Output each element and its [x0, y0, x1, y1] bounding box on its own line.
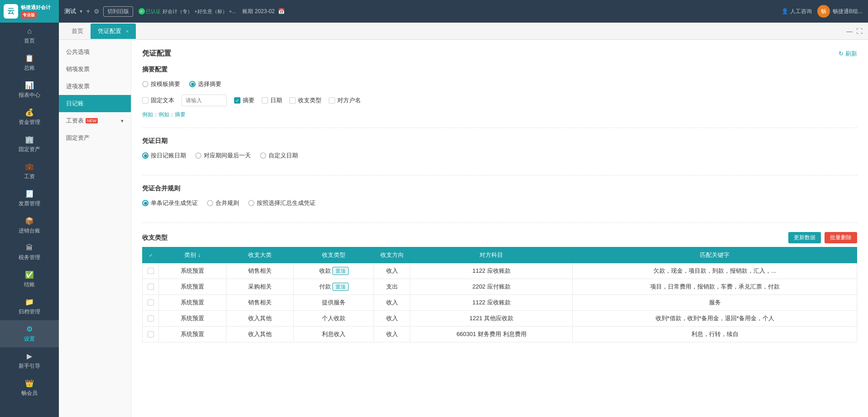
sidebar-item-report[interactable]: 📊 报表中心 — [0, 76, 59, 104]
type-tag-0[interactable]: 置顶 — [332, 267, 349, 275]
topbar-dropdown-icon[interactable]: ▾ — [80, 8, 82, 14]
sidebar-label-ledger: 总账 — [24, 64, 35, 72]
topbar-version-button[interactable]: 切到旧版 — [103, 6, 133, 17]
sidebar-item-salary[interactable]: 💼 工资 — [0, 158, 59, 185]
date-radio-custom[interactable]: 自定义日期 — [260, 152, 298, 160]
row-checkbox-2[interactable] — [143, 295, 159, 311]
checkbox-counterparty[interactable]: 对方户名 — [329, 96, 361, 104]
merge-radio-rule[interactable]: 合并规则 — [207, 199, 239, 207]
date-radio-circle-3 — [260, 152, 266, 159]
sidebar-label-guide: 新手引导 — [19, 362, 40, 370]
left-nav-item-journal[interactable]: 日记账 — [59, 95, 131, 112]
tab-maximize-btn[interactable]: ⛶ — [856, 28, 863, 35]
topbar-consult-btn[interactable]: 👤 人工咨询 — [782, 8, 812, 15]
checkbox-summary[interactable]: ✓ 摘要 — [234, 96, 254, 104]
row-check-box-3[interactable] — [148, 315, 154, 322]
table-section-header: 收支类型 更新数据 批量删除 — [142, 232, 857, 243]
row-category-2: 系统预置 — [159, 295, 226, 311]
left-nav-item-fixed_assets[interactable]: 固定资产 — [59, 129, 131, 147]
income-table-header-row: ✓ 类别 ↓ 收支大类 收支类型 收支方向 对方科目 匹配关键字 — [143, 247, 857, 263]
select-all-checkbox[interactable]: ✓ — [148, 252, 154, 258]
sidebar-item-ledger[interactable]: 📋 总账 — [0, 49, 59, 76]
row-checkbox-1[interactable] — [143, 279, 159, 295]
date-radio-journal[interactable]: 按日记账日期 — [142, 152, 186, 160]
topbar-add-btn[interactable]: + — [86, 7, 90, 15]
tab-voucher-config[interactable]: 凭证配置 × — [91, 24, 136, 39]
row-keywords-1: 项目，日常费用，报销款，车费，承兑汇票，付款 — [573, 279, 857, 295]
merge-radio-summary[interactable]: 按照选择汇总生成凭证 — [248, 199, 316, 207]
row-checkbox-3[interactable] — [143, 311, 159, 327]
type-tag-1[interactable]: 置顶 — [332, 283, 349, 291]
refresh-btn[interactable]: ↻ 刷新 — [839, 50, 857, 58]
left-nav-item-sales[interactable]: 销项发票 — [59, 61, 131, 78]
row-direction-2: 收入 — [374, 295, 410, 311]
sidebar-item-purchase[interactable]: 📦 进销台账 — [0, 212, 59, 239]
tab-close-btn[interactable]: × — [126, 28, 129, 34]
checkbox-fixed-text[interactable]: 固定文本 — [142, 96, 174, 104]
row-check-box-2[interactable] — [148, 299, 154, 306]
update-data-btn[interactable]: 更新数据 — [788, 232, 821, 243]
summary-radio-template[interactable]: 按模板摘要 — [142, 80, 180, 88]
merge-radio-single[interactable]: 单条记录生成凭证 — [142, 199, 198, 207]
sidebar-item-home[interactable]: ⌂ 首页 — [0, 23, 59, 49]
topbar-period-label: 账期 2023-02 📅 — [242, 8, 285, 15]
tab-actions: — ⛶ — [846, 28, 863, 35]
checkbox-counterparty-box — [329, 97, 335, 104]
row-check-box-4[interactable] — [148, 331, 154, 337]
row-subject-1: 2202 应付账款 — [410, 279, 573, 295]
topbar-title: 测试 — [64, 7, 76, 15]
topbar-user-btn[interactable]: 畅 畅捷通B组... — [817, 5, 863, 18]
row-type-2: 提供服务 — [294, 295, 374, 311]
row-big-category-4: 收入其他 — [226, 327, 294, 342]
sidebar-item-invoice[interactable]: 🧾 发票管理 — [0, 185, 59, 212]
left-nav-item-public[interactable]: 公共选项 — [59, 43, 131, 61]
merge-section-title: 凭证合并规则 — [142, 185, 857, 193]
row-category-3: 系统预置 — [159, 311, 226, 327]
tab-home[interactable]: 首页 — [64, 24, 91, 39]
sidebar: 云 畅捷通好会计 专业版 ⌂ 首页 📋 总账 📊 报表中心 💰 资金管理 🏢 固… — [0, 0, 59, 417]
sidebar-item-member[interactable]: 👑 畅会员 — [0, 374, 59, 402]
income-table-head: ✓ 类别 ↓ 收支大类 收支类型 收支方向 对方科目 匹配关键字 — [143, 247, 857, 263]
topbar-avatar: 畅 — [817, 5, 830, 18]
logo-sub-badge: 专业版 — [21, 12, 37, 19]
row-big-category-0: 销售相关 — [226, 263, 294, 279]
table-actions: 更新数据 批量删除 — [788, 232, 857, 243]
sidebar-icon-invoice: 🧾 — [25, 190, 34, 198]
th-keywords: 匹配关键字 — [573, 247, 857, 263]
row-category-0: 系统预置 — [159, 263, 226, 279]
table-row: 系统预置 采购相关 付款 置顶 支出 2202 应付账款 项目，日常费用，报销款… — [143, 279, 857, 295]
sidebar-item-archive[interactable]: 📁 归档管理 — [0, 293, 59, 320]
sidebar-item-close[interactable]: ✅ 结账 — [0, 266, 59, 293]
summary-example: 例如：例如：摘要 — [142, 111, 857, 118]
date-radio-last-day[interactable]: 对应期间最后一天 — [195, 152, 251, 160]
left-nav-item-payroll[interactable]: 工资表NEW▾ — [59, 112, 131, 129]
topbar-tag-1: 好会计（专） — [163, 8, 192, 15]
row-checkbox-4[interactable] — [143, 327, 159, 342]
topbar-tags: ✓ 已认证 好会计（专） +好生意（标） +... — [139, 8, 236, 15]
th-type: 收支类型 — [294, 247, 374, 263]
sidebar-item-tax[interactable]: 🏛 税务管理 — [0, 239, 59, 266]
batch-delete-btn[interactable]: 批量删除 — [825, 232, 857, 243]
sidebar-icon-salary: 💼 — [25, 162, 34, 171]
sidebar-item-guide[interactable]: ▶ 新手引导 — [0, 347, 59, 374]
topbar-gear-icon[interactable]: ⚙ — [94, 8, 100, 15]
left-nav-label-fixed_assets: 固定资产 — [66, 134, 90, 142]
fixed-text-input[interactable] — [182, 95, 227, 106]
tab-minimize-btn[interactable]: — — [846, 28, 853, 35]
topbar-calendar-icon[interactable]: 📅 — [278, 8, 285, 14]
left-nav-item-purchase[interactable]: 进项发票 — [59, 78, 131, 95]
row-direction-0: 收入 — [374, 263, 410, 279]
content-wrapper: 首页 凭证配置 × — ⛶ 公共选项销项发票进项发票日记账工资表NEW▾固定资产… — [59, 23, 868, 417]
row-big-category-3: 收入其他 — [226, 311, 294, 327]
row-checkbox-0[interactable] — [143, 263, 159, 279]
summary-radio-select[interactable]: 选择摘要 — [189, 80, 221, 88]
checkbox-date[interactable]: 日期 — [262, 96, 282, 104]
sidebar-item-settings[interactable]: ⚙ 设置 — [0, 320, 59, 347]
row-check-box-1[interactable] — [148, 284, 154, 290]
checkbox-income-type[interactable]: 收支类型 — [289, 96, 321, 104]
sidebar-item-assets[interactable]: 🏢 固定资产 — [0, 131, 59, 158]
main-area: 测试 ▾ + ⚙ 切到旧版 ✓ 已认证 好会计（专） +好生意（标） +... … — [59, 0, 868, 417]
sidebar-item-fund[interactable]: 💰 资金管理 — [0, 104, 59, 131]
page-content: 公共选项销项发票进项发票日记账工资表NEW▾固定资产 凭证配置 ↻ 刷新 摘要配… — [59, 40, 868, 417]
row-check-box-0[interactable] — [148, 268, 154, 274]
